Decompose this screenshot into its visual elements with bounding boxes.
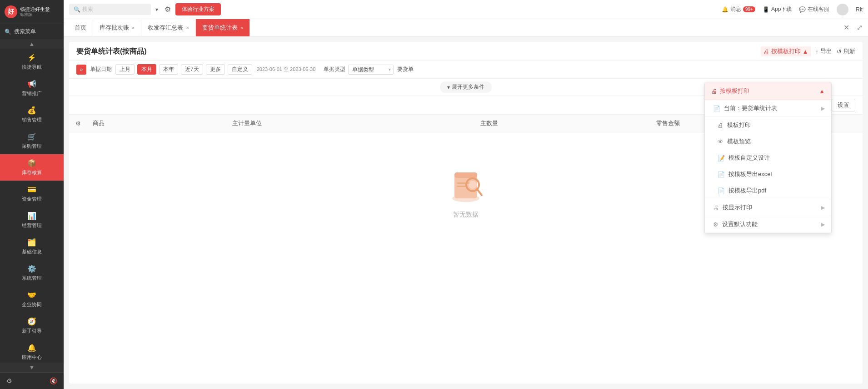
date-btn-custom[interactable]: 自定义 xyxy=(228,64,252,75)
app-logo-text: 畅捷通好生意 标准版 xyxy=(20,6,50,18)
refresh-btn[interactable]: ↺ 刷新 xyxy=(837,47,855,56)
user-avatar[interactable] xyxy=(837,4,848,15)
doc-type-filter: 单据类型 单据类型 ▾ xyxy=(324,65,394,75)
settings-footer-icon[interactable]: ⚙ xyxy=(6,377,12,384)
set-default-item[interactable]: ⚙ 设置默认功能 ▶ xyxy=(705,216,831,232)
tab-order-stats-close[interactable]: × xyxy=(240,25,243,30)
dropdown-collapse-arrow[interactable]: ▲ xyxy=(819,88,825,95)
sidebar-item-purchase[interactable]: 🛒 采购管理 xyxy=(0,128,64,154)
th-quantity: 主数量 xyxy=(475,115,651,132)
print-template-label: 按模板打印 xyxy=(771,47,801,56)
sidebar-item-inventory[interactable]: 📦 库存核算 xyxy=(0,154,64,181)
tab-maximize-btn[interactable]: ⤢ xyxy=(855,23,864,32)
top-header: 🔍 搜索 ▾ ⚙ 体验行业方案 🔔 消息 99+ 📱 App下载 💬 在线客服 xyxy=(64,0,868,19)
app-download-item[interactable]: 📱 App下载 xyxy=(763,5,792,13)
svg-rect-2 xyxy=(454,172,477,178)
display-print-left: 🖨 按显示打印 xyxy=(713,203,752,212)
inventory-label: 库存核算 xyxy=(22,169,42,176)
inventory-icon: 📦 xyxy=(27,159,36,167)
system-label: 系统管理 xyxy=(22,275,42,282)
refresh-label: 刷新 xyxy=(843,47,855,56)
date-btn-last7[interactable]: 近7天 xyxy=(181,64,203,75)
empty-icon xyxy=(443,160,489,205)
tab-receipts-summary[interactable]: 收发存汇总表 × xyxy=(141,19,195,36)
sales-icon: 💰 xyxy=(27,106,36,115)
doc-type-select-wrapper: 单据类型 ▾ xyxy=(348,65,394,75)
appstore-label: 应用中心 xyxy=(22,354,42,361)
set-default-left: ⚙ 设置默认功能 xyxy=(713,220,758,228)
app-logo-icon: 好 xyxy=(5,5,17,18)
dropdown-item-print[interactable]: 🖨 模板打印 xyxy=(705,117,831,133)
sidebar-logo: 好 畅捷通好生意 标准版 xyxy=(0,0,64,24)
page-title-row: 要货单统计表(按商品) 🖨 按模板打印 ▲ ↑ 导出 ↺ 刷新 xyxy=(69,42,863,61)
sidebar-search[interactable]: 🔍 搜索菜单 xyxy=(0,24,64,39)
header-gear-icon[interactable]: ⚙ xyxy=(165,5,171,14)
filter-expand-btn[interactable]: » xyxy=(76,65,86,75)
tab-order-stats[interactable]: 要货单统计表 × xyxy=(196,19,250,36)
settings-btn[interactable]: 设置 xyxy=(832,99,855,111)
design-item-label: 模板自定义设计 xyxy=(728,154,770,162)
set-default-icon: ⚙ xyxy=(713,221,718,228)
dropdown-current-template-section: 📄 当前：要货单统计表 ▶ xyxy=(705,100,831,117)
sidebar-scroll-down[interactable]: ▼ xyxy=(0,363,64,372)
online-service-item[interactable]: 💬 在线客服 xyxy=(799,5,829,13)
doc-type-select[interactable]: 单据类型 xyxy=(348,65,394,75)
th-settings[interactable]: ⚙ xyxy=(69,115,87,132)
header-right: 🔔 消息 99+ 📱 App下载 💬 在线客服 Rit xyxy=(722,4,863,15)
dropdown-arrow-icon: ▾ xyxy=(155,6,158,13)
sidebar-item-guide[interactable]: 🧭 新手引导 xyxy=(0,313,64,339)
trial-button[interactable]: 体验行业方案 xyxy=(175,3,221,15)
date-btn-prev-month[interactable]: 上月 xyxy=(115,64,135,75)
sidebar-item-system[interactable]: ⚙️ 系统管理 xyxy=(0,260,64,286)
export-btn[interactable]: ↑ 导出 xyxy=(816,47,833,56)
page-title: 要货单统计表(按商品) xyxy=(76,47,147,56)
sidebar-item-operations[interactable]: 📊 经营管理 xyxy=(0,207,64,233)
tab-inventory-batch-label: 库存批次账 xyxy=(100,24,129,32)
dropdown-item-export-pdf[interactable]: 📄 按模板导出pdf xyxy=(705,182,831,199)
marketing-icon: 📢 xyxy=(27,80,36,88)
sidebar-item-marketing[interactable]: 📢 营销推广 xyxy=(0,75,64,101)
sidebar-item-finance[interactable]: 💳 资金管理 xyxy=(0,181,64,207)
sidebar-item-basic[interactable]: 🗂️ 基础信息 xyxy=(0,233,64,260)
dropdown-item-preview[interactable]: 👁 模板预览 xyxy=(705,133,831,150)
display-print-item[interactable]: 🖨 按显示打印 ▶ xyxy=(705,199,831,216)
dropdown-item-custom-design[interactable]: 📝 模板自定义设计 xyxy=(705,150,831,166)
svg-point-7 xyxy=(469,181,477,189)
expand-icon: » xyxy=(80,66,83,73)
header-search-bar[interactable]: 🔍 搜索 xyxy=(69,4,151,15)
tab-close-all-btn[interactable]: ✕ xyxy=(842,23,851,32)
sidebar-item-shortcuts[interactable]: ⚡ 快捷导航 xyxy=(0,49,64,75)
system-icon: ⚙️ xyxy=(27,264,36,273)
dropdown-title-text: 按模板打印 xyxy=(720,87,749,95)
expand-more-btn[interactable]: ▾ 展开更多条件 xyxy=(440,81,492,93)
sales-label: 销售管理 xyxy=(22,116,42,123)
header-search-placeholder: 搜索 xyxy=(82,5,93,13)
sidebar-item-sales[interactable]: 💰 销售管理 xyxy=(0,101,64,128)
finance-label: 资金管理 xyxy=(22,196,42,202)
order-category-label: 要货单 xyxy=(397,66,414,73)
dropdown-item-export-excel[interactable]: 📄 按模板导出excel xyxy=(705,166,831,182)
sidebar-item-appstore[interactable]: 🔔 应用中心 xyxy=(0,339,64,363)
svg-rect-3 xyxy=(457,182,470,184)
export-label: 导出 xyxy=(820,47,832,56)
excel-item-label: 按模板导出excel xyxy=(728,170,772,178)
notification-item[interactable]: 🔔 消息 99+ xyxy=(722,5,755,13)
operations-icon: 📊 xyxy=(27,212,36,220)
pdf-item-label: 按模板导出pdf xyxy=(728,187,766,195)
display-print-icon: 🖨 xyxy=(713,204,719,211)
header-dropdown[interactable]: ▾ xyxy=(155,6,158,13)
sidebar-item-collab[interactable]: 🤝 企业协同 xyxy=(0,286,64,313)
tab-home[interactable]: 首页 xyxy=(68,19,93,36)
print-template-btn[interactable]: 🖨 按模板打印 ▲ xyxy=(761,46,811,56)
tab-inventory-batch-close[interactable]: × xyxy=(132,25,135,30)
audio-footer-icon[interactable]: 🔇 xyxy=(50,377,57,384)
tab-receipts-summary-close[interactable]: × xyxy=(186,25,189,30)
date-btn-current-month[interactable]: 本月 xyxy=(137,64,156,75)
preview-item-icon: 👁 xyxy=(718,138,723,145)
date-btn-current-year[interactable]: 本年 xyxy=(159,64,178,75)
tab-inventory-batch[interactable]: 库存批次账 × xyxy=(93,19,141,36)
date-btn-more[interactable]: 更多 xyxy=(206,64,225,75)
print-item-label: 模板打印 xyxy=(727,121,751,129)
current-template-item[interactable]: 📄 当前：要货单统计表 ▶ xyxy=(705,100,831,116)
sidebar-scroll-up[interactable]: ▲ xyxy=(0,39,64,49)
